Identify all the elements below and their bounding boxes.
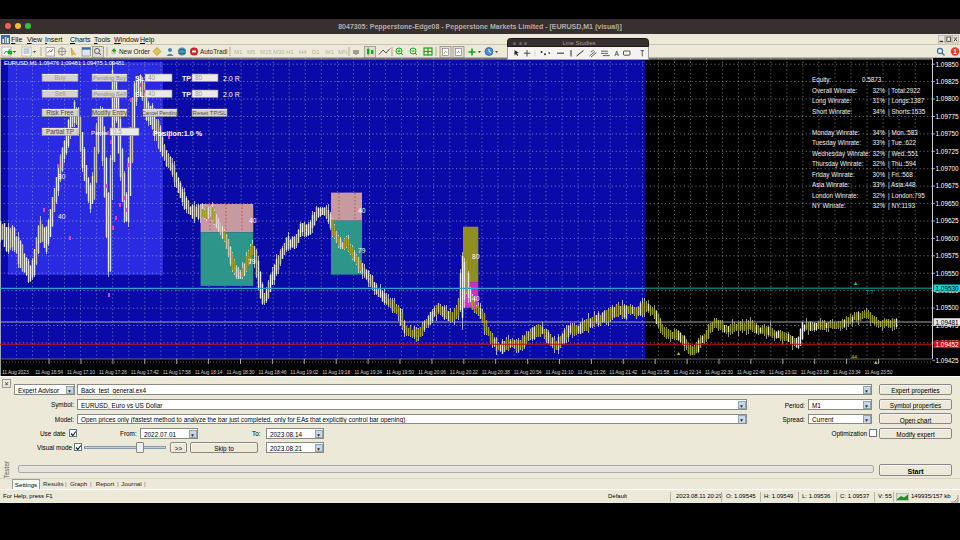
svg-text:| Asia:448: | Asia:448 bbox=[888, 181, 916, 189]
svg-text:11 Aug 17:42: 11 Aug 17:42 bbox=[131, 369, 159, 375]
svg-text:30%: 30% bbox=[872, 171, 885, 178]
svg-text:11 Aug 22:30: 11 Aug 22:30 bbox=[705, 369, 733, 375]
svg-text:Friday Winrate:: Friday Winrate: bbox=[812, 171, 855, 179]
svg-text:11 Aug 19:18: 11 Aug 19:18 bbox=[322, 369, 350, 375]
svg-text:11 Aug 18:46: 11 Aug 18:46 bbox=[258, 369, 286, 375]
svg-text:40: 40 bbox=[148, 74, 156, 81]
svg-text:1.09775: 1.09775 bbox=[936, 113, 960, 120]
svg-text:11 Aug 18:14: 11 Aug 18:14 bbox=[195, 369, 223, 375]
svg-text:11 Aug 21:42: 11 Aug 21:42 bbox=[609, 369, 637, 375]
svg-text:D1: D1 bbox=[312, 49, 320, 55]
svg-text:80: 80 bbox=[472, 253, 480, 260]
svg-text:Wednesday Winrate:: Wednesday Winrate: bbox=[812, 150, 871, 158]
svg-text:TP:: TP: bbox=[182, 75, 193, 82]
svg-text:11 Aug 16:54: 11 Aug 16:54 bbox=[35, 369, 63, 375]
svg-text:11 Aug 2023: 11 Aug 2023 bbox=[2, 369, 29, 375]
svg-text:SL:: SL: bbox=[135, 75, 146, 82]
svg-text:11 Aug 19:02: 11 Aug 19:02 bbox=[290, 369, 318, 375]
svg-text:32%: 32% bbox=[872, 150, 885, 157]
svg-text:1.09850: 1.09850 bbox=[936, 61, 960, 68]
svg-text:Asia Winrate:: Asia Winrate: bbox=[812, 181, 850, 188]
svg-text:H1: H1 bbox=[286, 49, 294, 55]
svg-text:| Shorts:1535: | Shorts:1535 bbox=[888, 108, 926, 116]
svg-text:W1: W1 bbox=[325, 49, 335, 55]
svg-text:11 Aug 21:10: 11 Aug 21:10 bbox=[546, 369, 574, 375]
svg-text:1.09675: 1.09675 bbox=[936, 182, 960, 189]
svg-text:11 Aug 23:18: 11 Aug 23:18 bbox=[801, 369, 829, 375]
svg-text:1.09425: 1.09425 bbox=[936, 357, 960, 364]
svg-text:0.5873: 0.5873 bbox=[862, 76, 882, 83]
svg-text:1.09825: 1.09825 bbox=[936, 78, 960, 85]
svg-text:TP:: TP: bbox=[182, 91, 193, 98]
svg-text:11 Aug 20:06: 11 Aug 20:06 bbox=[418, 369, 446, 375]
svg-text:11 Aug 22:14: 11 Aug 22:14 bbox=[673, 369, 701, 375]
svg-text:Buy: Buy bbox=[54, 74, 66, 82]
svg-text:11 Aug 17:10: 11 Aug 17:10 bbox=[67, 369, 95, 375]
svg-text:AutoTradi: AutoTradi bbox=[200, 48, 227, 55]
svg-text:11 Aug 21:26: 11 Aug 21:26 bbox=[577, 369, 605, 375]
svg-text:Position:1.0 %: Position:1.0 % bbox=[153, 129, 203, 138]
svg-text:11 Aug 20:54: 11 Aug 20:54 bbox=[514, 369, 542, 375]
svg-text:11 Aug 23:50: 11 Aug 23:50 bbox=[865, 369, 893, 375]
svg-text:1.09600: 1.09600 bbox=[936, 235, 960, 242]
svg-text:Overall Winrate:: Overall Winrate: bbox=[812, 87, 857, 94]
svg-text:New Order: New Order bbox=[119, 48, 151, 55]
svg-text:| Wed.:551: | Wed.:551 bbox=[888, 150, 919, 158]
svg-text:80: 80 bbox=[195, 74, 203, 81]
svg-text:1.09750: 1.09750 bbox=[936, 130, 960, 137]
svg-text:| London:795: | London:795 bbox=[888, 192, 925, 200]
svg-text:| Mon.:583: | Mon.:583 bbox=[888, 129, 918, 137]
svg-text:11 Aug 23:02: 11 Aug 23:02 bbox=[769, 369, 797, 375]
svg-text:1.09725: 1.09725 bbox=[936, 148, 960, 155]
svg-text:11 Aug 22:46: 11 Aug 22:46 bbox=[737, 369, 765, 375]
svg-text:40: 40 bbox=[58, 213, 66, 220]
svg-text:Equity:: Equity: bbox=[812, 76, 832, 84]
svg-text:London Winrate:: London Winrate: bbox=[812, 192, 858, 199]
svg-text:40: 40 bbox=[472, 295, 480, 302]
svg-text:| Fri.:568: | Fri.:568 bbox=[888, 171, 913, 179]
svg-text:Partial TP: Partial TP bbox=[46, 128, 74, 135]
svg-text:11 Aug 20:38: 11 Aug 20:38 bbox=[482, 369, 510, 375]
svg-text:SL:: SL: bbox=[135, 91, 146, 98]
svg-text:11 Aug 21:58: 11 Aug 21:58 bbox=[641, 369, 669, 375]
svg-text:11 Aug 23:34: 11 Aug 23:34 bbox=[833, 369, 861, 375]
svg-text:32%: 32% bbox=[872, 87, 885, 94]
svg-text:1.09575: 1.09575 bbox=[936, 252, 960, 259]
svg-text:Modify Entry: Modify Entry bbox=[92, 109, 128, 117]
svg-text:40: 40 bbox=[249, 217, 257, 224]
svg-text:2.0 R: 2.0 R bbox=[223, 75, 240, 82]
svg-text:33%: 33% bbox=[872, 181, 885, 188]
svg-text:| NY:1193: | NY:1193 bbox=[888, 202, 916, 210]
svg-text:Tuesday Winrate:: Tuesday Winrate: bbox=[812, 139, 861, 147]
svg-text:Monday Winrate:: Monday Winrate: bbox=[812, 129, 860, 137]
svg-text:M5: M5 bbox=[247, 49, 256, 55]
svg-text:11 Aug 20:22: 11 Aug 20:22 bbox=[450, 369, 478, 375]
svg-text:1.09481: 1.09481 bbox=[936, 319, 960, 326]
svg-text:2.0 R: 2.0 R bbox=[223, 91, 240, 98]
svg-text:1.09700: 1.09700 bbox=[936, 165, 960, 172]
svg-text:Risk Free: Risk Free bbox=[46, 109, 74, 116]
svg-text:40: 40 bbox=[358, 207, 366, 214]
svg-text:M1: M1 bbox=[234, 49, 243, 55]
svg-text:32%: 32% bbox=[872, 160, 885, 167]
svg-text:Pending Buy: Pending Buy bbox=[93, 75, 126, 81]
svg-text:| Total:2922: | Total:2922 bbox=[888, 87, 921, 95]
svg-text:1.09625: 1.09625 bbox=[936, 217, 960, 224]
svg-text:80: 80 bbox=[58, 173, 66, 180]
svg-text:34%: 34% bbox=[872, 108, 885, 115]
svg-text:NY Winrate:: NY Winrate: bbox=[812, 202, 846, 209]
svg-text:31%: 31% bbox=[872, 97, 885, 104]
svg-text:MN: MN bbox=[338, 49, 347, 55]
svg-text:| Longs:1387: | Longs:1387 bbox=[888, 97, 925, 105]
svg-text:80: 80 bbox=[195, 90, 203, 97]
svg-text:1.09650: 1.09650 bbox=[936, 200, 960, 207]
svg-text:Reset TP/SL: Reset TP/SL bbox=[193, 110, 228, 116]
svg-text:Cancel Pending: Cancel Pending bbox=[142, 110, 179, 116]
svg-text:A: A bbox=[615, 50, 620, 57]
svg-text:11 Aug 17:58: 11 Aug 17:58 bbox=[163, 369, 191, 375]
svg-text:11 Aug 19:34: 11 Aug 19:34 bbox=[354, 369, 382, 375]
svg-text:1.09452: 1.09452 bbox=[936, 341, 960, 348]
svg-text:▲: ▲ bbox=[676, 350, 681, 356]
svg-text:| Thu.:594: | Thu.:594 bbox=[888, 160, 917, 168]
svg-text:Short Winrate:: Short Winrate: bbox=[812, 108, 852, 115]
